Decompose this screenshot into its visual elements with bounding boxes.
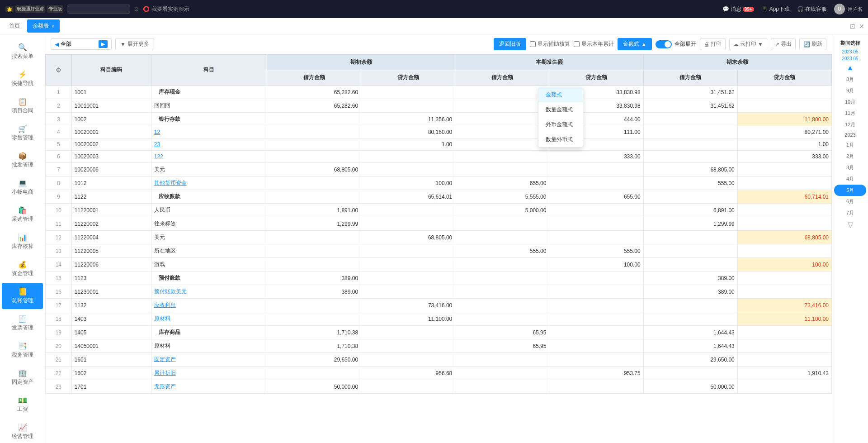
refresh-btn[interactable]: 🔄 刷新 [799,38,826,50]
cell-subject[interactable]: 应收利息 [151,299,267,312]
cell-closing-debit [643,190,737,204]
col-closing-debit: 借方金额 [643,70,737,86]
cell-subject[interactable]: 122 [151,151,267,163]
cell-closing-debit [643,151,737,163]
month-2[interactable]: 2月 [834,151,866,162]
cell-period-debit [455,99,549,113]
demo-link[interactable]: ⭕ 我要看实例演示 [143,5,189,13]
month-6[interactable]: 6月 [834,196,866,207]
cell-code: 1132 [71,299,151,312]
sidebar-item-retail[interactable]: 🛒 零售管理 [2,120,43,146]
sidebar-item-project[interactable]: 📋 项目合同 [2,93,43,119]
tab-close-btn[interactable]: × [52,24,54,29]
period-up-btn[interactable]: ▲ [834,62,866,74]
cell-subject[interactable]: 无形资产 [151,380,267,394]
sidebar-item-search[interactable]: 🔍 搜索菜单 [2,38,43,65]
app-download-btn[interactable]: 📱 App下载 [761,5,790,13]
sidebar-item-invoice[interactable]: 🧾 发票管理 [2,310,43,336]
month-3[interactable]: 3月 [834,162,866,173]
col-closing-header: 期末余额 [643,55,831,70]
table-row: 6 10020003 122 333.00 333.00 [46,151,832,163]
cell-subject[interactable]: 其他货币资金 [151,176,267,190]
month-9[interactable]: 9月 [834,85,866,96]
cell-closing-debit: 29,650.00 [643,353,737,367]
period-year1: 2023.05 [834,48,866,55]
sidebar-item-inventory[interactable]: 📊 库存核算 [2,229,43,255]
month-10[interactable]: 10月 [834,96,866,108]
cell-closing-credit [737,285,831,299]
online-service-btn[interactable]: 🎧 在线客服 [797,5,827,13]
search-input[interactable] [61,41,97,48]
tab-close-icon[interactable]: ✕ [859,23,864,30]
cell-row-num: 11 [46,217,72,231]
dropdown-item-foreign-amount[interactable]: 外币金额式 [538,117,583,132]
cell-opening-debit: 1,299.99 [267,217,361,231]
cell-row-num: 1 [46,86,72,99]
sidebar-item-salary[interactable]: 💵 工资 [2,391,43,418]
col-code-header: 科目编码 [71,55,151,86]
table-row: 20 14050001 原材料 1,710.38 65.95 1,644.43 [46,339,832,353]
show-year-checkbox[interactable]: 显示本年累计 [574,40,614,48]
table-settings-icon[interactable]: ⚙ [56,67,61,74]
cell-period-credit: 655.00 [549,190,643,204]
return-old-btn[interactable]: 退回旧版 [494,38,526,50]
cell-subject[interactable]: 累计折旧 [151,367,267,380]
sidebar-item-purchase[interactable]: 🛍️ 采购管理 [2,201,43,228]
salary-icon: 💵 [4,396,41,405]
settings-gear-icon[interactable]: ⚙ [134,6,139,13]
month-12[interactable]: 12月 [834,119,866,130]
month-4[interactable]: 4月 [834,173,866,185]
cell-period-debit [455,380,549,394]
message-btn[interactable]: 💬 消息 99+ [722,5,754,13]
month-11[interactable]: 11月 [834,108,866,119]
cell-opening-debit: 65,282.60 [267,99,361,113]
cell-subject[interactable]: 固定资产 [151,353,267,367]
cell-opening-credit [361,163,455,176]
sidebar-item-finance[interactable]: 💰 资金管理 [2,256,43,282]
cell-subject[interactable]: 原材料 [151,312,267,326]
cloud-print-btn[interactable]: ☁ 云打印 ▼ [729,38,767,50]
show-assist-checkbox[interactable]: 显示辅助核算 [530,40,570,48]
amount-mode-btn[interactable]: 金额式 ▲ [618,38,652,50]
sidebar-item-ledger[interactable]: 📒 总账管理 [2,283,43,309]
top-bar-right: 💬 消息 99+ 📱 App下载 🎧 在线客服 U 用户名 [722,4,863,14]
period-down-btn[interactable]: ▽ [834,219,866,231]
search-left-arrow[interactable]: ◀ [55,41,59,48]
month-8[interactable]: 8月 [834,74,866,85]
dropdown-item-amount[interactable]: 金额式 [538,87,583,102]
tab-balance-sheet[interactable]: 余额表 × [27,19,60,33]
table-row: 16 11230001 预付账款美元 389.00 389.00 [46,285,832,299]
tab-restore-icon[interactable]: ⊡ [850,23,855,30]
search-confirm-btn[interactable]: ▶ [99,40,108,48]
edition-badge: 专业版 [47,5,63,13]
sidebar-item-assets[interactable]: 🏢 固定资产 [2,364,43,391]
cell-subject[interactable]: 预付账款美元 [151,285,267,299]
cell-code: 1601 [71,353,151,367]
cell-closing-credit [737,86,831,99]
print-btn[interactable]: 🖨 打印 [700,38,726,50]
sidebar-item-tax[interactable]: 📑 税务管理 [2,337,43,363]
tab-home[interactable]: 首页 [4,19,25,33]
dropdown-item-qty-amount[interactable]: 数量金额式 [538,102,583,117]
dropdown-item-qty-foreign[interactable]: 数量外币式 [538,132,583,147]
table-row: 3 1002 银行存款 11,356.00 444.00 11,800.00 [46,113,832,126]
cell-row-num: 12 [46,231,72,244]
cell-subject[interactable]: 12 [151,126,267,138]
top-search-input[interactable] [67,5,130,14]
cell-closing-debit: 389.00 [643,285,737,299]
cell-code: 11220006 [71,258,151,272]
export-btn[interactable]: ↗ 导出 [771,38,796,50]
sidebar-item-wholesale[interactable]: 📦 批发管理 [2,147,43,173]
sidebar-item-quicknav[interactable]: ⚡ 快捷导航 [2,66,43,92]
cell-subject[interactable]: 23 [151,138,267,151]
month-7[interactable]: 7月 [834,207,866,219]
sidebar-item-management[interactable]: 📈 经营管理 [2,419,43,443]
user-avatar-btn[interactable]: U 用户名 [834,4,863,14]
expand-more-btn[interactable]: ▼ 展开更多 [115,38,154,50]
table-row: 17 1132 应收利息 73,416.00 73,416.00 [46,299,832,312]
expand-toggle-switch[interactable] [656,40,672,48]
month-1[interactable]: 1月 [834,139,866,151]
table-row: 14 11220006 游戏 100.00 100.00 [46,258,832,272]
month-5[interactable]: 5月 [834,185,866,196]
sidebar-item-ecommerce[interactable]: 💻 小畅电商 [2,174,43,200]
